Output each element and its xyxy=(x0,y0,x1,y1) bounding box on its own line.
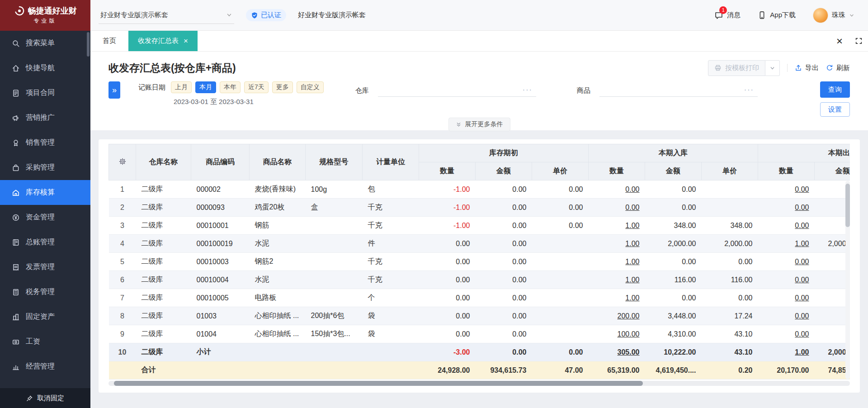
expand-more-conditions-button[interactable]: 展开更多条件 xyxy=(448,118,510,131)
drilldown-link[interactable]: 200.00 xyxy=(618,312,640,320)
table-cell: 0.00 xyxy=(476,217,532,235)
column-header[interactable]: 商品名称 xyxy=(250,144,306,180)
sidebar-item-sales[interactable]: 销售管理 xyxy=(0,130,90,155)
table-cell: 0.00 xyxy=(476,199,532,217)
unpin-sidebar-button[interactable]: 取消固定 xyxy=(0,388,90,408)
product-input[interactable]: ··· xyxy=(599,84,758,97)
column-header[interactable]: 仓库名称 xyxy=(136,144,191,180)
horizontal-scrollbar[interactable] xyxy=(108,381,850,386)
more-options-dots[interactable]: ··· xyxy=(523,86,533,94)
drilldown-link[interactable]: 1.00 xyxy=(625,294,639,302)
print-options-chevron[interactable] xyxy=(765,60,780,76)
sidebar-item-funds[interactable]: 资金管理 xyxy=(0,205,90,230)
column-header[interactable]: 金额 xyxy=(476,162,532,180)
sidebar-item-assets[interactable]: 固定资产 xyxy=(0,304,90,329)
account-select[interactable]: 好业财专业版演示帐套 xyxy=(99,7,234,24)
column-header[interactable]: 计量单位 xyxy=(363,144,419,180)
export-icon xyxy=(795,64,802,71)
drilldown-link[interactable]: 1.00 xyxy=(625,258,639,266)
inventory-icon xyxy=(12,189,20,197)
fullscreen-icon[interactable] xyxy=(849,31,868,52)
settings-button[interactable]: 设置 xyxy=(820,102,850,117)
drilldown-link[interactable]: 0.00 xyxy=(795,330,809,338)
app-download-button[interactable]: App下载 xyxy=(758,11,796,19)
drilldown-link[interactable]: 0.00 xyxy=(625,204,639,211)
drilldown-link[interactable]: 0.00 xyxy=(795,312,809,320)
sidebar-scrollbar[interactable] xyxy=(87,32,90,57)
table-cell: 0.00 xyxy=(758,180,815,199)
more-options-dots[interactable]: ··· xyxy=(744,86,754,94)
contract-icon xyxy=(12,89,20,97)
sidebar-item-nav[interactable]: 快捷导航 xyxy=(0,56,90,81)
drilldown-link[interactable]: 305.00 xyxy=(618,348,640,356)
drilldown-link[interactable]: 0.00 xyxy=(795,185,809,193)
column-header[interactable]: 规格型号 xyxy=(306,144,363,180)
table-cell: 0.00 xyxy=(476,307,532,325)
sidebar-item-business[interactable]: 经营管理 xyxy=(0,354,90,379)
table-cell: -1.00 xyxy=(419,199,476,217)
export-button[interactable]: 导出 xyxy=(795,64,819,72)
sidebar-item-ledger[interactable]: 总账管理 xyxy=(0,230,90,255)
date-option-pill[interactable]: 近7天 xyxy=(244,81,269,93)
sidebar-item-tax[interactable]: 税务管理 xyxy=(0,280,90,304)
drilldown-link[interactable]: 0.00 xyxy=(795,222,809,229)
close-all-tabs-icon[interactable]: × xyxy=(830,31,849,52)
column-header[interactable]: 数量 xyxy=(589,162,645,180)
close-tab-icon[interactable]: × xyxy=(184,37,188,46)
date-option-pill[interactable]: 更多 xyxy=(272,81,293,93)
drilldown-link[interactable]: 1.00 xyxy=(625,240,639,247)
drilldown-link[interactable]: 1.00 xyxy=(795,348,809,356)
sidebar-item-contract[interactable]: 项目合同 xyxy=(0,81,90,105)
column-header[interactable]: 商品编码 xyxy=(191,144,250,180)
column-header[interactable]: 数量 xyxy=(419,162,476,180)
column-header[interactable]: 金额 xyxy=(815,162,850,180)
sidebar-item-purchase[interactable]: 采购管理 xyxy=(0,155,90,180)
column-header[interactable]: 单价 xyxy=(702,162,758,180)
logo-icon xyxy=(14,5,25,16)
table-row: 2二级库0000093鸡蛋20枚盒千克-1.000.000.000.000.00… xyxy=(109,199,850,217)
table-cell xyxy=(815,325,850,343)
messages-button[interactable]: 1 消息 xyxy=(714,11,741,20)
table-cell: 0.00 xyxy=(702,253,758,271)
sidebar-item-inventory[interactable]: 库存核算 xyxy=(0,180,90,205)
table-cell: 水泥 xyxy=(250,235,306,253)
table-cell: 00010001 xyxy=(191,217,250,235)
warehouse-input[interactable]: ··· xyxy=(378,84,536,97)
date-option-pill[interactable]: 本年 xyxy=(220,81,241,93)
drilldown-link[interactable]: 100.00 xyxy=(618,330,640,338)
print-by-template-button[interactable]: 按模板打印 xyxy=(708,60,765,76)
drilldown-link[interactable]: 1.00 xyxy=(625,276,639,284)
refresh-button[interactable]: 刷新 xyxy=(826,64,850,72)
column-settings-gear-icon[interactable] xyxy=(109,144,136,180)
column-header[interactable]: 单价 xyxy=(532,162,589,180)
collapse-filters-button[interactable]: » xyxy=(108,81,120,99)
drilldown-link[interactable]: 1.00 xyxy=(795,240,809,247)
vertical-scrollbar-thumb[interactable] xyxy=(845,184,850,227)
sidebar-item-invoice[interactable]: 发票管理 xyxy=(0,255,90,280)
column-header[interactable]: 金额 xyxy=(645,162,702,180)
date-option-pill[interactable]: 本月 xyxy=(195,81,216,93)
sidebar-item-search[interactable]: 搜索菜单 xyxy=(0,31,90,56)
row-number: 10 xyxy=(109,343,136,361)
user-menu[interactable]: 珠珠 xyxy=(813,8,854,23)
sidebar-item-marketing[interactable]: 营销推广 xyxy=(0,105,90,130)
drilldown-link[interactable]: 0.00 xyxy=(795,276,809,284)
drilldown-link[interactable]: 0.00 xyxy=(795,258,809,266)
column-header[interactable]: 数量 xyxy=(758,162,815,180)
table-cell: 2,000.00 xyxy=(702,235,758,253)
sidebar-item-payroll[interactable]: 工资 xyxy=(0,329,90,354)
drilldown-link[interactable]: 1.00 xyxy=(625,222,639,229)
vertical-scrollbar[interactable] xyxy=(845,181,850,379)
date-option-pill[interactable]: 上月 xyxy=(171,81,192,93)
horizontal-scrollbar-thumb[interactable] xyxy=(114,381,643,386)
table-cell: 0.00 xyxy=(476,271,532,289)
drilldown-link[interactable]: 0.00 xyxy=(625,185,639,193)
drilldown-link[interactable]: 0.00 xyxy=(795,294,809,302)
tab-summary-report[interactable]: 收发存汇总表 × xyxy=(128,31,198,51)
total-row: 合计24,928.00934,615.7347.0065,319.004,619… xyxy=(109,361,850,380)
group-header: 本期入库 xyxy=(589,144,758,162)
tab-home[interactable]: 首页 xyxy=(90,31,128,51)
drilldown-link[interactable]: 0.00 xyxy=(795,204,809,211)
date-option-pill[interactable]: 自定义 xyxy=(297,81,324,93)
query-button[interactable]: 查询 xyxy=(820,81,850,98)
